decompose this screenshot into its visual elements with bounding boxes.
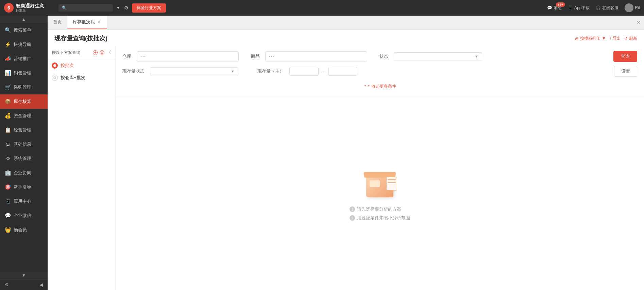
- dropdown-btn[interactable]: ▼: [116, 5, 121, 11]
- user-avatar: [625, 3, 633, 12]
- tab-bar: 首页 库存批次账 ✕ ✕: [48, 16, 644, 30]
- status-select[interactable]: ▼: [394, 52, 482, 60]
- settings-circle-icon: [100, 50, 104, 55]
- sidebar-item-finance[interactable]: 💰 资金管理: [0, 109, 48, 123]
- scheme-settings-btn[interactable]: [100, 50, 104, 55]
- sidebar-item-wechat[interactable]: 💬 企业微信: [0, 209, 48, 223]
- stock-qty-max[interactable]: [328, 67, 358, 76]
- sidebar-item-purchase[interactable]: 🛒 采购管理: [0, 80, 48, 94]
- main-layout: ▲ 🔍 搜索菜单 ⚡ 快捷导航 📣 营销推广 📊 销售管理 🛒 采购管理: [0, 16, 644, 290]
- box-note: [386, 177, 397, 191]
- tab-inventory-batch[interactable]: 库存批次账 ✕: [67, 16, 107, 29]
- scheme-item-warehouse-batch[interactable]: 按仓库+批次: [48, 72, 115, 84]
- sidebar-scroll-down[interactable]: ▼: [0, 272, 48, 279]
- sidebar-item-member[interactable]: 👑 畅会员: [0, 223, 48, 237]
- empty-hints: 1 请先选择要分析的方案 2 用过滤条件来缩小分析范围: [350, 206, 410, 224]
- top-bar-center: 🔍 ▼ ⚙ 体验行业方案: [52, 3, 547, 13]
- sidebar-settings-btn[interactable]: ⚙: [5, 282, 9, 287]
- newbie-icon: 🎯: [5, 184, 11, 190]
- sidebar-item-appcenter[interactable]: 📱 应用中心: [0, 194, 48, 209]
- refresh-icon: ↺: [624, 36, 628, 41]
- top-search-box[interactable]: 🔍: [58, 4, 113, 12]
- logo-icon: 6: [4, 3, 14, 13]
- sidebar-scroll-up[interactable]: ▲: [0, 16, 48, 23]
- messages-badge: 99+: [556, 2, 565, 7]
- gear-icon: ⚙: [5, 282, 9, 287]
- filter-area: 仓库 ··· 商品 ··· 状态 ▼: [116, 46, 644, 97]
- stock-status-select[interactable]: ▼: [150, 67, 238, 75]
- finance-icon: 💰: [5, 113, 11, 119]
- marketing-icon: 📣: [5, 56, 11, 62]
- refresh-btn[interactable]: ↺ 刷新: [624, 36, 637, 41]
- sidebar-item-enterprise[interactable]: 🏢 企业协同: [0, 166, 48, 180]
- print-icon: 🖨: [575, 36, 579, 41]
- svg-point-5: [53, 64, 56, 67]
- top-bar: 6 畅康通好生意 标准版 🔍 ▼ ⚙ 体验行业方案 💬 消息 99+ 📱 App…: [0, 0, 644, 16]
- print-dropdown-icon: ▼: [602, 36, 606, 41]
- warehouse-input[interactable]: ···: [137, 51, 239, 61]
- print-btn[interactable]: 🖨 按模板打印 ▼: [575, 36, 606, 41]
- goods-input[interactable]: ···: [265, 51, 367, 61]
- stock-qty-min[interactable]: [289, 67, 319, 76]
- sidebar-item-newbie[interactable]: 🎯 新手引导: [0, 180, 48, 194]
- sidebar-collapse-btn[interactable]: ◀: [39, 282, 43, 287]
- left-panel-actions: 《: [93, 50, 111, 56]
- messages-btn[interactable]: 💬 消息 99+: [547, 5, 562, 11]
- export-icon: ↑: [609, 36, 611, 41]
- search-icon: 🔍: [5, 27, 11, 33]
- sidebar-item-operation[interactable]: 📋 经营管理: [0, 123, 48, 137]
- enterprise-icon: 🏢: [5, 170, 11, 176]
- sales-icon: 📊: [5, 70, 11, 76]
- tab-close-main-btn[interactable]: ✕: [637, 20, 641, 25]
- export-btn[interactable]: ↑ 导出: [609, 36, 621, 41]
- empty-state-area: 1 请先选择要分析的方案 2 用过滤条件来缩小分析范围: [116, 97, 644, 290]
- sidebar: ▲ 🔍 搜索菜单 ⚡ 快捷导航 📣 营销推广 📊 销售管理 🛒 采购管理: [0, 16, 48, 290]
- stock-qty-range: —: [289, 67, 357, 76]
- query-btn[interactable]: 查询: [613, 51, 637, 62]
- hint-item-2: 2 用过滤条件来缩小分析范围: [350, 215, 410, 221]
- add-scheme-btn[interactable]: [93, 50, 98, 55]
- sidebar-item-marketing[interactable]: 📣 营销推广: [0, 52, 48, 66]
- app-download-btn[interactable]: 📱 App下载: [568, 5, 590, 11]
- content-area: 首页 库存批次账 ✕ ✕ 现存量查询(按批次) 🖨 按模板打印 ▼: [48, 16, 644, 290]
- user-avatar-btn[interactable]: Rit: [625, 3, 640, 12]
- tab-close-btn[interactable]: ✕: [97, 20, 102, 24]
- top-gear-btn[interactable]: ⚙: [123, 4, 129, 11]
- plus-icon: [93, 50, 98, 55]
- app-logo: 6 畅康通好生意 标准版: [4, 3, 52, 13]
- page-content: 现存量查询(按批次) 🖨 按模板打印 ▼ ↑ 导出 ↺ 刷新: [48, 30, 644, 290]
- collapse-panel-btn[interactable]: 《: [106, 50, 111, 56]
- basic-icon: 🗂: [5, 141, 11, 147]
- online-service-btn[interactable]: 🎧 在线客服: [596, 5, 618, 11]
- sidebar-item-shortcut[interactable]: ⚡ 快捷导航: [0, 37, 48, 52]
- split-layout: 按以下方案查询: [48, 46, 644, 290]
- page-header-actions: 🖨 按模板打印 ▼ ↑ 导出 ↺ 刷新: [575, 36, 637, 41]
- flash-icon: ⚡: [5, 41, 11, 48]
- scheme-active-icon: [52, 62, 58, 69]
- chevron-down-stock-icon: ▼: [231, 69, 235, 73]
- stock-status-label: 现存量状态: [122, 68, 145, 74]
- trial-btn[interactable]: 体验行业方案: [132, 3, 166, 13]
- warehouse-label: 仓库: [122, 53, 131, 59]
- goods-label: 商品: [251, 53, 260, 59]
- member-icon: 👑: [5, 227, 11, 233]
- sidebar-item-system[interactable]: ⚙ 系统管理: [0, 151, 48, 166]
- svg-point-4: [101, 52, 103, 54]
- collapse-more-btn[interactable]: ⌃⌃ 收起更多条件: [122, 81, 637, 92]
- hint-item-1: 1 请先选择要分析的方案: [350, 206, 410, 212]
- scheme-item-batch[interactable]: 按批次: [48, 59, 115, 72]
- collapse-icon: ◀: [39, 282, 43, 287]
- sidebar-item-inventory[interactable]: 📦 库存核算: [0, 94, 48, 109]
- tab-home[interactable]: 首页: [48, 16, 67, 29]
- sidebar-item-basic[interactable]: 🗂 基础信息: [0, 137, 48, 151]
- filter-row-2: 现存量状态 ▼ 现存量（主） — 设置: [122, 66, 637, 77]
- chevron-left-icon: 《: [106, 50, 111, 56]
- sidebar-item-sales[interactable]: 📊 销售管理: [0, 66, 48, 80]
- chevron-up-icon: ⌃⌃: [363, 84, 370, 89]
- sidebar-item-search[interactable]: 🔍 搜索菜单: [0, 23, 48, 37]
- page-header: 现存量查询(按批次) 🖨 按模板打印 ▼ ↑ 导出 ↺ 刷新: [48, 30, 644, 46]
- svg-point-6: [54, 77, 56, 79]
- left-panel: 按以下方案查询: [48, 46, 116, 290]
- settings-btn[interactable]: 设置: [614, 66, 637, 77]
- app-name: 畅康通好生意 标准版: [16, 3, 44, 13]
